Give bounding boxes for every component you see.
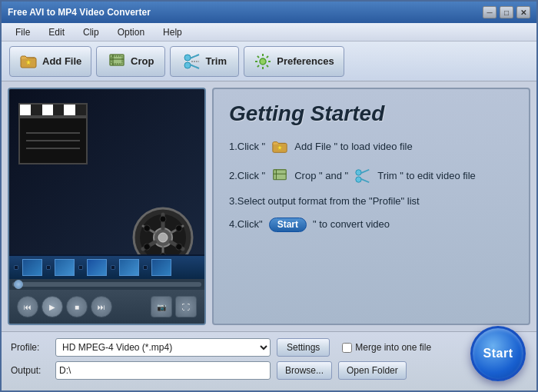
clapper-line bbox=[26, 132, 80, 134]
window-title: Free AVI to MP4 Video Converter bbox=[8, 7, 151, 18]
preferences-button[interactable]: Preferences bbox=[244, 46, 344, 77]
clapper-line bbox=[26, 148, 80, 149]
video-controls: ⏮ ▶ ■ ⏭ 📷 ⛶ bbox=[9, 290, 204, 324]
film-frame bbox=[55, 259, 75, 276]
stop-button[interactable]: ■ bbox=[66, 296, 88, 317]
step2-trim-text: Trim " to edit video file bbox=[377, 170, 476, 183]
video-preview: ⏮ ▶ ■ ⏭ 📷 ⛶ bbox=[8, 88, 206, 325]
step1-text-pre: 1.Click " bbox=[229, 141, 265, 154]
browse-button[interactable]: Browse... bbox=[277, 361, 332, 380]
stripe-seg bbox=[75, 105, 86, 115]
seek-thumb[interactable] bbox=[14, 280, 23, 289]
film-frame bbox=[119, 259, 139, 276]
film-hole bbox=[143, 265, 148, 270]
film-hole bbox=[14, 265, 18, 270]
output-label: Output: bbox=[11, 365, 49, 376]
main-area: ⏮ ▶ ■ ⏭ 📷 ⛶ Getting Started 1.Clic bbox=[2, 81, 536, 331]
app-window: Free AVI to MP4 Video Converter ─ □ ✕ Fi… bbox=[0, 0, 538, 392]
seek-track[interactable] bbox=[12, 282, 201, 287]
step2-crop-text: Crop " and " bbox=[294, 170, 348, 183]
fullscreen-button[interactable]: ⛶ bbox=[175, 296, 197, 317]
extra-controls: 📷 ⛶ bbox=[151, 296, 197, 317]
film-frame bbox=[151, 259, 171, 276]
add-file-button[interactable]: Add File bbox=[9, 46, 91, 77]
menu-file[interactable]: File bbox=[8, 25, 38, 39]
clapper-body bbox=[18, 117, 88, 164]
step2-trim-icon bbox=[353, 166, 373, 186]
crop-label: Crop bbox=[131, 55, 154, 67]
menu-edit[interactable]: Edit bbox=[41, 25, 72, 39]
clapper-line bbox=[26, 140, 80, 141]
film-strip bbox=[9, 254, 204, 279]
crop-button[interactable]: Crop bbox=[96, 46, 165, 77]
clapper-top bbox=[18, 103, 88, 117]
stripe-seg bbox=[31, 105, 42, 115]
svg-point-34 bbox=[356, 177, 361, 182]
crop-icon bbox=[108, 52, 126, 71]
step-2: 2.Click " Crop " and " bbox=[229, 166, 513, 186]
trim-icon bbox=[183, 52, 201, 71]
add-file-icon bbox=[19, 52, 38, 71]
getting-started-panel: Getting Started 1.Click " Add File " to … bbox=[212, 88, 530, 325]
menu-bar: File Edit Clip Option Help bbox=[2, 23, 536, 42]
film-frame bbox=[22, 259, 42, 276]
clapperboard bbox=[18, 103, 88, 164]
trim-button[interactable]: Trim bbox=[170, 46, 239, 77]
step4-post: " to convert video bbox=[313, 218, 390, 231]
menu-option[interactable]: Option bbox=[110, 25, 152, 39]
content-area: ⏮ ▶ ■ ⏭ 📷 ⛶ Getting Started 1.Clic bbox=[2, 81, 536, 390]
stripe-seg bbox=[20, 105, 31, 115]
step4-start-pill: Start bbox=[269, 218, 307, 233]
steps-list: 1.Click " Add File " to load video file … bbox=[229, 137, 513, 232]
start-button-wrapper: Start bbox=[470, 326, 526, 381]
start-big-button[interactable]: Start bbox=[470, 326, 526, 381]
maximize-button[interactable]: □ bbox=[500, 6, 513, 18]
stripe-seg bbox=[53, 105, 64, 115]
merge-label: Merge into one file bbox=[342, 342, 431, 353]
preferences-icon bbox=[254, 52, 272, 71]
menu-help[interactable]: Help bbox=[155, 25, 190, 39]
output-input[interactable] bbox=[55, 361, 271, 380]
film-hole bbox=[46, 265, 51, 270]
toolbar: Add File Crop bbox=[2, 42, 536, 81]
stripe-seg bbox=[64, 105, 75, 115]
step2-crop-icon bbox=[270, 166, 290, 186]
step3-text: 3.Select output format from the "Profile… bbox=[229, 195, 420, 208]
film-frame bbox=[87, 259, 107, 276]
video-canvas bbox=[9, 89, 204, 279]
svg-line-35 bbox=[360, 170, 369, 174]
trim-label: Trim bbox=[206, 55, 227, 67]
stripe-seg bbox=[42, 105, 53, 115]
minimize-button[interactable]: ─ bbox=[483, 6, 496, 18]
step1-add-file-icon bbox=[270, 137, 290, 157]
profile-label: Profile: bbox=[11, 342, 49, 353]
add-file-label: Add File bbox=[42, 55, 81, 67]
clapper-stripe bbox=[20, 105, 86, 115]
open-folder-button[interactable]: Open Folder bbox=[338, 361, 407, 380]
start-big-label: Start bbox=[483, 347, 513, 360]
film-strip-inner bbox=[9, 257, 175, 278]
screenshot-button[interactable]: 📷 bbox=[151, 296, 172, 317]
step4-pre: 4.Click" bbox=[229, 218, 263, 231]
step1-text: Add File " to load video file bbox=[294, 141, 412, 154]
close-button[interactable]: ✕ bbox=[516, 6, 530, 18]
play-button[interactable]: ▶ bbox=[42, 296, 63, 317]
svg-point-11 bbox=[260, 58, 266, 65]
video-illustration bbox=[9, 89, 204, 279]
svg-point-33 bbox=[356, 170, 361, 175]
title-bar: Free AVI to MP4 Video Converter ─ □ ✕ bbox=[2, 2, 536, 23]
profile-select[interactable]: HD MPEG-4 Video (*.mp4) bbox=[55, 338, 271, 357]
profile-row: Profile: HD MPEG-4 Video (*.mp4) Setting… bbox=[11, 338, 527, 357]
menu-clip[interactable]: Clip bbox=[75, 25, 107, 39]
step2-text-pre: 2.Click " bbox=[229, 170, 265, 183]
rewind-button[interactable]: ⏮ bbox=[17, 296, 38, 317]
merge-checkbox[interactable] bbox=[342, 343, 352, 353]
output-row: Output: Browse... Open Folder bbox=[11, 361, 527, 380]
fast-forward-button[interactable]: ⏭ bbox=[91, 296, 112, 317]
seek-bar[interactable] bbox=[9, 279, 204, 290]
merge-text: Merge into one file bbox=[355, 342, 431, 353]
svg-point-15 bbox=[158, 233, 168, 242]
bottom-area: Profile: HD MPEG-4 Video (*.mp4) Setting… bbox=[2, 331, 536, 390]
settings-button[interactable]: Settings bbox=[277, 338, 330, 357]
svg-rect-30 bbox=[274, 170, 287, 180]
